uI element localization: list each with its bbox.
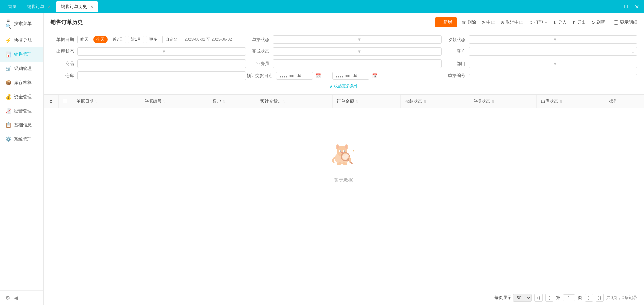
bill-status-control: ▼ (273, 35, 441, 44)
goods-input[interactable]: ... (77, 59, 246, 68)
th-receipt-status[interactable]: 收款状态 ⇅ (401, 95, 469, 108)
sales-mgmt-icon: 📊 (5, 51, 11, 58)
bill-number-input[interactable] (469, 74, 637, 77)
sidebar-item-sales-mgmt[interactable]: 📊 销售管理 (0, 47, 43, 62)
sidebar-item-purchase-mgmt[interactable]: 🛒 采购管理 (0, 62, 43, 76)
calendar-to-icon[interactable]: 📅 (372, 73, 377, 78)
delete-button[interactable]: 🗑 删除 (461, 18, 477, 27)
page-number-input[interactable] (563, 294, 575, 301)
warehouse-ellipsis: ... (239, 73, 243, 78)
prev-page-button[interactable]: ⟨ (545, 294, 553, 302)
salesperson-input[interactable]: ... (273, 59, 441, 68)
stop-button[interactable]: ⊘ 中止 (481, 18, 496, 27)
th-bill-date[interactable]: 单据日期 ⇅ (72, 95, 140, 108)
add-button[interactable]: + 新增 (435, 17, 457, 27)
receipt-status-select[interactable]: ▼ (469, 35, 637, 44)
import-button[interactable]: ⬇ 导入 (552, 18, 567, 27)
date-btn-more[interactable]: 更多 (146, 36, 160, 43)
next-page-button[interactable]: ⟩ (585, 294, 593, 302)
date-btn-7days[interactable]: 近7天 (110, 36, 126, 43)
select-all-checkbox[interactable] (63, 99, 67, 103)
sidebar-item-search-menu[interactable]: ≡🔍 搜索菜单 (0, 13, 43, 33)
stop-icon: ⊘ (481, 20, 485, 25)
tab-sales-order-history[interactable]: 销售订单历史 ✕ (56, 1, 98, 12)
tab-home[interactable]: 首页 (3, 1, 22, 12)
table-area: ⚙ 单据日期 ⇅ 单据编号 (44, 95, 644, 290)
show-detail-checkbox-wrap[interactable]: 显示明细 (614, 19, 637, 25)
table-body: ✦ ✦ 暂无数据 (44, 108, 644, 214)
bill-status-select[interactable]: ▼ (273, 35, 441, 44)
date-btn-today[interactable]: 今天 (93, 36, 108, 43)
th-expected-delivery[interactable]: 预计交货... ⇅ (256, 95, 333, 108)
filter-row-4: 仓库 ... 预计交货日期 📅 — 📅 (50, 71, 637, 80)
first-page-button[interactable]: ⟨⟨ (534, 294, 543, 302)
page-size-select[interactable]: 50 100 200 (513, 294, 532, 302)
goods-label: 商品 (50, 61, 77, 67)
date-btn-1month[interactable]: 近1月 (128, 36, 144, 43)
date-btn-custom[interactable]: 自定义 (162, 36, 180, 43)
outbound-status-select[interactable]: ▼ (77, 47, 246, 56)
warehouse-label: 仓库 (50, 73, 77, 79)
purchase-mgmt-icon: 🛒 (5, 66, 11, 72)
collapse-sidebar-icon[interactable]: ◀ (14, 295, 18, 301)
inventory-icon: 📦 (5, 80, 11, 86)
warehouse-input[interactable]: ... (77, 71, 246, 80)
refresh-button[interactable]: ↻ 刷新 (591, 18, 606, 27)
minimize-icon[interactable]: — (611, 3, 619, 11)
last-page-button[interactable]: ⟩⟩ (596, 294, 604, 302)
goods-ellipsis: ... (239, 61, 243, 66)
sidebar-item-inventory[interactable]: 📦 库存核算 (0, 76, 43, 90)
maximize-icon[interactable]: □ (622, 3, 630, 11)
tab-sales-order[interactable]: 销售订单 ✕ (22, 1, 55, 12)
th-outbound-status[interactable]: 出库状态 ⇅ (537, 95, 605, 108)
sort-icon-expected-delivery: ⇅ (283, 100, 286, 103)
page-size-select-wrap: 每页显示 50 100 200 (494, 294, 532, 302)
th-order-amount[interactable]: 订单金额 ⇅ (333, 95, 401, 108)
complete-status-label: 完成状态 (246, 48, 273, 54)
receipt-status-control: ▼ (469, 35, 637, 44)
th-bill-status[interactable]: 单据状态 ⇅ (469, 95, 537, 108)
svg-point-5 (345, 145, 347, 149)
date-btn-yesterday[interactable]: 昨天 (77, 36, 91, 43)
close-icon[interactable]: ✕ (633, 3, 641, 11)
sidebar-item-sys-mgmt[interactable]: ⚙️ 系统管理 (0, 132, 43, 146)
delete-icon: 🗑 (462, 20, 466, 25)
delivery-date-from[interactable] (276, 72, 313, 80)
show-detail-checkbox[interactable] (614, 20, 618, 25)
table-settings-icon[interactable]: ⚙ (49, 99, 53, 104)
filter-area: 单据日期 昨天 今天 近7天 近1月 更多 自定义 2023-06-02 至 2… (44, 31, 644, 95)
th-customer[interactable]: 客户 ⇅ (208, 95, 256, 108)
print-dropdown-arrow: ▼ (544, 21, 548, 24)
calendar-from-icon[interactable]: 📅 (316, 73, 321, 78)
delivery-date-to[interactable] (332, 72, 369, 80)
sidebar-item-finance-mgmt[interactable]: 💰 资金管理 (0, 90, 43, 104)
department-control: ▼ (469, 60, 637, 68)
th-bill-number[interactable]: 单据编号 ⇅ (140, 95, 208, 108)
customer-input[interactable]: ... (469, 47, 637, 56)
th-settings[interactable]: ⚙ (44, 95, 58, 108)
complete-status-select[interactable]: ▼ (273, 47, 441, 56)
sidebar-item-operations[interactable]: 📈 经营管理 (0, 104, 43, 118)
settings-bottom-icon[interactable]: ⚙ (5, 295, 10, 301)
export-button[interactable]: ⬆ 导出 (571, 18, 587, 27)
sidebar-item-quick-nav[interactable]: ⚡ 快捷导航 (0, 33, 43, 47)
customer-control: ... (469, 47, 637, 56)
finance-mgmt-icon: 💰 (5, 94, 11, 100)
tab-close-sales-order[interactable]: ✕ (48, 5, 51, 9)
tab-close-sales-order-history[interactable]: ✕ (90, 5, 93, 9)
department-select[interactable]: ▼ (469, 60, 637, 68)
svg-point-4 (337, 145, 339, 149)
cancel-stop-button[interactable]: ⊙ 取消中止 (500, 18, 524, 27)
bill-number-label: 单据编号 (442, 73, 469, 79)
sidebar-item-base-info[interactable]: 📋 基础信息 (0, 118, 43, 132)
collapse-button[interactable]: ∧ 收起更多条件 (50, 82, 637, 90)
sort-icon-bill-status: ⇅ (492, 100, 495, 103)
filter-cell-outbound-status: 出库状态 ▼ (50, 47, 246, 56)
filter-row-2: 出库状态 ▼ 完成状态 ▼ (50, 47, 637, 56)
empty-text: 暂无数据 (334, 177, 353, 183)
collapse-icon: ∧ (330, 84, 333, 89)
page-label-suffix: 页 (578, 295, 582, 301)
filter-cell-warehouse: 仓库 ... (50, 71, 246, 80)
empty-svg: ✦ ✦ (327, 138, 360, 172)
print-button[interactable]: 🖨 打印 ▼ (528, 18, 548, 27)
